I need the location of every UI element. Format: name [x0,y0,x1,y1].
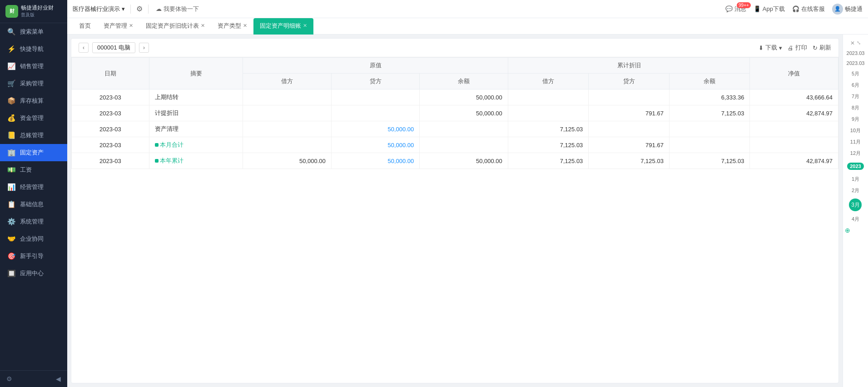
timeline-month[interactable]: 2月 [845,185,867,196]
main-panel: 医疗器械行业演示 ▾ ⚙ ☁ 我要体验一下 💬 消息 99+ 📱 App下载 🎧… [67,0,868,387]
col-lj-balance: 余额 [669,74,750,89]
timeline-year[interactable]: 2023.03 [845,48,867,58]
sidebar-item-system[interactable]: ⚙️ 系统管理 [0,213,67,230]
timeline-month[interactable]: 1月 [845,174,867,185]
tab-asset-mgmt[interactable]: 资产管理✕ [97,18,139,35]
sidebar-item-ledger[interactable]: 📒 总账管理 [0,127,67,144]
timeline-month[interactable]: 9月 [845,114,867,125]
sidebar-item-quicknav[interactable]: ⚡ 快捷导航 [0,40,67,58]
cell-net: 42,874.97 [750,153,838,169]
sidebar-label-ledger: 总账管理 [20,131,44,139]
timeline-year-badge[interactable]: 2023 [847,163,863,170]
cell-net [750,137,838,153]
company-dropdown-icon: ▾ [122,5,125,12]
experience-btn[interactable]: ☁ 我要体验一下 [156,5,199,13]
sidebar-item-purchase[interactable]: 🛒 采购管理 [0,75,67,92]
timeline-month[interactable]: 12月 [845,148,867,159]
timeline-month[interactable]: 8月 [845,102,867,114]
collapse-icon[interactable]: ◀ [56,375,61,382]
content-toolbar: ‹ 000001 电脑 › ⬇ 下载 ▾ 🖨 打印 ↻ [71,39,838,57]
user-btn[interactable]: 👤 畅捷通 [832,4,863,15]
timeline-scroll-down[interactable]: ⊕ [845,227,867,234]
sidebar-item-operation[interactable]: 📊 经营管理 [0,179,67,196]
cell-yz-balance: 50,000.00 [420,89,508,105]
col-summary: 摘要 [149,58,243,89]
sidebar-label-basic: 基础信息 [20,200,44,208]
timeline-month[interactable]: 7月 [845,91,867,102]
cell-lj-credit: 7,125.03 [589,153,670,169]
cell-yz-credit [331,89,420,105]
cell-lj-credit [589,89,670,105]
tab-depreciation-stat[interactable]: 固定资产折旧统计表✕ [139,18,211,35]
sidebar-item-search[interactable]: 🔍 搜索菜单 [0,23,67,40]
sidebar-item-apps[interactable]: 🔲 应用中心 [0,265,67,282]
sidebar-item-collab[interactable]: 🤝 企业协同 [0,230,67,248]
timeline-panel: ✕ ⤡ 2023.032023.035月6月7月8月9月10月11月12月202… [843,35,868,387]
timeline-year[interactable]: 2023.03 [845,58,867,68]
tab-close-asset-mgmt[interactable]: ✕ [129,23,133,29]
cell-yz-credit: 50,000.00 [331,121,420,137]
download-label: 下载 [765,44,777,52]
cell-lj-balance: 6,333.36 [669,89,750,105]
settings-footer-icon[interactable]: ⚙ [6,375,12,382]
sidebar-item-sales[interactable]: 📈 销售管理 [0,58,67,75]
sidebar-item-basic[interactable]: 📋 基础信息 [0,196,67,213]
tab-label-asset-type: 资产类型 [218,22,241,30]
print-btn[interactable]: 🖨 打印 [788,44,807,52]
cell-date: 2023-03 [72,105,149,121]
topbar-settings-icon[interactable]: ⚙ [136,5,143,13]
timeline-year-badge-wrap: 2023 [845,159,867,174]
online-service-btn[interactable]: 🎧 在线客服 [792,5,825,13]
tabbar: 首页资产管理✕固定资产折旧统计表✕资产类型✕固定资产明细账✕ [67,18,868,35]
cell-summary: 本月合计 [149,137,243,153]
sidebar-label-fixedasset: 固定资产 [20,149,44,157]
timeline-active-month[interactable]: 3月 [849,198,862,211]
timeline-month[interactable]: 3月 [845,196,867,213]
timeline-month[interactable]: 5月 [845,68,867,79]
sidebar-item-inventory[interactable]: 📦 库存核算 [0,92,67,109]
tab-close-asset-detail[interactable]: ✕ [303,23,307,29]
cell-lj-balance [669,137,750,153]
timeline-month[interactable]: 11月 [845,136,867,148]
tab-asset-detail[interactable]: 固定资产明细账✕ [253,18,313,35]
sidebar-item-fixedasset[interactable]: 🏢 固定资产 [0,144,67,161]
tab-asset-type[interactable]: 资产类型✕ [211,18,253,35]
sidebar-item-salary[interactable]: 💵 工资 [0,161,67,179]
cell-lj-balance: 7,125.03 [669,105,750,121]
tab-home[interactable]: 首页 [73,18,97,35]
cell-yz-balance [420,137,508,153]
timeline-expand-icon[interactable]: ⤡ [857,40,861,46]
company-name: 医疗器械行业演示 [73,5,120,13]
app-download-btn[interactable]: 📱 App下载 [754,5,785,13]
tab-close-asset-type[interactable]: ✕ [243,23,247,29]
row-tag: 本月合计 [155,141,184,149]
timeline-month[interactable]: 6月 [845,79,867,91]
sidebar-icon-operation: 📊 [7,183,15,191]
cell-date: 2023-03 [72,121,149,137]
message-icon: 💬 [725,5,733,12]
sidebar-item-finance[interactable]: 💰 资金管理 [0,109,67,127]
data-table: 日期 摘要 原值 累计折旧 净值 借方 贷方 余额 借方 贷方 余额 [71,57,838,169]
table-row: 2023-03 本年累计 50,000.00 50,000.00 50,000.… [72,153,838,169]
cell-lj-balance [669,121,750,137]
messages-btn[interactable]: 💬 消息 99+ [725,5,746,13]
sidebar-item-guide[interactable]: 🎯 新手引导 [0,248,67,265]
timeline-month[interactable]: 4月 [845,213,867,225]
cell-summary: 本年累计 [149,153,243,169]
app-label: App下载 [763,5,785,13]
refresh-btn[interactable]: ↻ 刷新 [813,44,831,52]
company-selector[interactable]: 医疗器械行业演示 ▾ [73,5,125,13]
sidebar-icon-salary: 💵 [7,166,15,174]
prev-asset-btn[interactable]: ‹ [79,43,89,53]
topbar-right: 💬 消息 99+ 📱 App下载 🎧 在线客服 👤 畅捷通 [725,4,863,15]
cell-yz-credit [331,105,420,121]
sidebar-label-system: 系统管理 [20,218,44,226]
next-asset-btn[interactable]: › [139,43,149,53]
sidebar-footer: ⚙ ◀ [0,370,67,387]
asset-tag: 000001 电脑 [92,42,135,53]
tab-close-depreciation-stat[interactable]: ✕ [201,23,205,29]
download-btn[interactable]: ⬇ 下载 ▾ [759,44,782,52]
timeline-month[interactable]: 10月 [845,125,867,136]
table-row: 2023-03 本月合计 50,000.00 7,125.03 791.67 [72,137,838,153]
timeline-close-icon[interactable]: ✕ [850,40,855,46]
